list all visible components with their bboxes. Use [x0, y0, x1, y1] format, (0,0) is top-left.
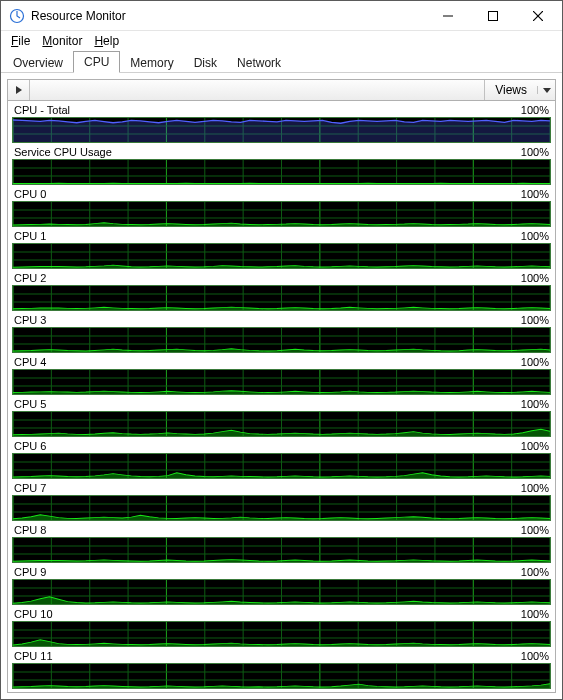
chart-title: CPU 6	[14, 440, 46, 452]
chart-header: CPU 9100%	[12, 565, 551, 579]
tab-memory[interactable]: Memory	[120, 53, 183, 73]
charts-container[interactable]: CPU - Total100%Service CPU Usage100%CPU …	[7, 101, 556, 693]
chart-header: CPU - Total100%	[12, 103, 551, 117]
chart-graph	[12, 201, 551, 227]
chart-row: CPU 5100%	[12, 397, 551, 437]
chart-scale: 100%	[521, 608, 549, 620]
chart-row: CPU 11100%	[12, 649, 551, 689]
chart-row: CPU 1100%	[12, 229, 551, 269]
menu-file[interactable]: File	[5, 32, 36, 50]
chart-scale: 100%	[521, 650, 549, 662]
chart-scale: 100%	[521, 482, 549, 494]
chart-scale: 100%	[521, 188, 549, 200]
chart-graph	[12, 369, 551, 395]
chart-scale: 100%	[521, 566, 549, 578]
chart-graph	[12, 159, 551, 185]
graph-panel-header: Views	[7, 79, 556, 101]
chart-scale: 100%	[521, 230, 549, 242]
chart-scale: 100%	[521, 314, 549, 326]
tabbar: Overview CPU Memory Disk Network	[1, 51, 562, 73]
chart-title: CPU 4	[14, 356, 46, 368]
window-title: Resource Monitor	[31, 9, 425, 23]
chart-header: CPU 7100%	[12, 481, 551, 495]
chart-title: CPU 11	[14, 650, 53, 662]
titlebar: Resource Monitor	[1, 1, 562, 31]
menubar: File Monitor Help	[1, 31, 562, 51]
chart-graph	[12, 663, 551, 689]
close-button[interactable]	[515, 2, 560, 30]
minimize-button[interactable]	[425, 2, 470, 30]
chart-scale: 100%	[521, 104, 549, 116]
chart-title: CPU - Total	[14, 104, 70, 116]
chart-header: CPU 11100%	[12, 649, 551, 663]
views-label: Views	[485, 83, 537, 97]
chart-header: CPU 1100%	[12, 229, 551, 243]
views-dropdown-icon[interactable]	[537, 86, 555, 94]
chart-title: CPU 1	[14, 230, 46, 242]
chart-title: CPU 3	[14, 314, 46, 326]
chart-row: CPU 7100%	[12, 481, 551, 521]
chart-graph	[12, 327, 551, 353]
chart-graph	[12, 537, 551, 563]
tab-overview[interactable]: Overview	[3, 53, 73, 73]
window-controls	[425, 2, 560, 30]
chart-graph	[12, 243, 551, 269]
chart-scale: 100%	[521, 524, 549, 536]
chart-row: CPU 2100%	[12, 271, 551, 311]
chart-header: CPU 0100%	[12, 187, 551, 201]
chart-row: Service CPU Usage100%	[12, 145, 551, 185]
app-icon	[9, 8, 25, 24]
chart-title: Service CPU Usage	[14, 146, 112, 158]
chart-row: CPU 8100%	[12, 523, 551, 563]
views-button[interactable]: Views	[484, 80, 555, 100]
tab-cpu[interactable]: CPU	[73, 51, 120, 73]
chart-title: CPU 5	[14, 398, 46, 410]
menu-monitor[interactable]: Monitor	[36, 32, 88, 50]
chart-graph	[12, 453, 551, 479]
chart-row: CPU 6100%	[12, 439, 551, 479]
chart-scale: 100%	[521, 356, 549, 368]
chart-title: CPU 10	[14, 608, 53, 620]
panel-header-spacer	[30, 80, 484, 100]
chart-row: CPU 3100%	[12, 313, 551, 353]
chart-graph	[12, 411, 551, 437]
maximize-button[interactable]	[470, 2, 515, 30]
chart-header: CPU 3100%	[12, 313, 551, 327]
chart-title: CPU 8	[14, 524, 46, 536]
chart-graph	[12, 579, 551, 605]
chart-graph	[12, 495, 551, 521]
chart-graph	[12, 285, 551, 311]
chart-scale: 100%	[521, 398, 549, 410]
chart-row: CPU 0100%	[12, 187, 551, 227]
chart-scale: 100%	[521, 146, 549, 158]
svg-rect-2	[488, 11, 497, 20]
chart-graph	[12, 117, 551, 143]
chart-header: CPU 5100%	[12, 397, 551, 411]
chart-graph	[12, 621, 551, 647]
chart-row: CPU 9100%	[12, 565, 551, 605]
chart-header: CPU 6100%	[12, 439, 551, 453]
chart-row: CPU 4100%	[12, 355, 551, 395]
tab-network[interactable]: Network	[227, 53, 291, 73]
chart-row: CPU - Total100%	[12, 103, 551, 143]
chart-title: CPU 7	[14, 482, 46, 494]
graph-panel: Views CPU - Total100%Service CPU Usage10…	[1, 73, 562, 699]
chart-row: CPU 10100%	[12, 607, 551, 647]
chart-title: CPU 9	[14, 566, 46, 578]
chart-header: CPU 2100%	[12, 271, 551, 285]
chart-scale: 100%	[521, 272, 549, 284]
tab-disk[interactable]: Disk	[184, 53, 227, 73]
chart-header: CPU 8100%	[12, 523, 551, 537]
chart-header: CPU 4100%	[12, 355, 551, 369]
chart-title: CPU 2	[14, 272, 46, 284]
chart-header: Service CPU Usage100%	[12, 145, 551, 159]
menu-help[interactable]: Help	[88, 32, 125, 50]
chart-title: CPU 0	[14, 188, 46, 200]
chart-scale: 100%	[521, 440, 549, 452]
chart-header: CPU 10100%	[12, 607, 551, 621]
collapse-button[interactable]	[8, 80, 30, 100]
